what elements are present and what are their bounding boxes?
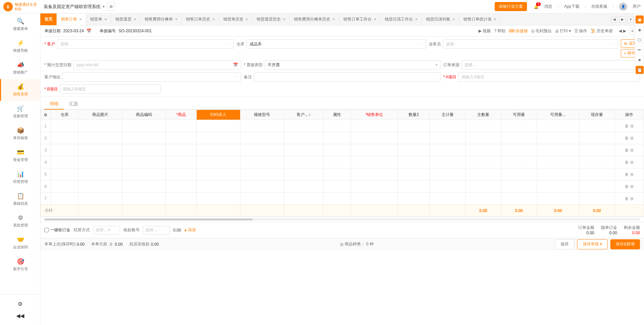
row-copy-btn-1[interactable]: ⊞ — [630, 124, 634, 128]
tab-reconcile[interactable]: 钱货日清对账 ✕ — [422, 13, 459, 26]
tab-sales-return[interactable]: 销货退货 ✕ — [111, 13, 141, 26]
tab-close-statistics[interactable]: ✕ — [494, 17, 496, 21]
sidebar-item-management[interactable]: 📊 经营管理 — [0, 166, 40, 188]
row-delete-btn-3[interactable]: 🗑 — [625, 148, 629, 153]
a-project-input[interactable]: 请输入A项目 — [458, 72, 640, 82]
row-delete-btn-2[interactable]: 🗑 — [625, 136, 629, 140]
row-copy-btn-3[interactable]: ⊞ — [630, 148, 634, 153]
account-select[interactable]: 选择... ··· — [143, 226, 170, 235]
row-copy-btn-4[interactable]: ⊞ — [630, 160, 634, 165]
horizontal-scrollbar-thumb[interactable] — [44, 218, 253, 220]
tab-close-sales-order[interactable]: ✕ — [79, 17, 82, 21]
col-scan[interactable]: 扫码录入 — [196, 110, 240, 120]
tab-invoice-history[interactable]: 销货单历史 ✕ — [219, 13, 253, 26]
save-new-btn[interactable]: 保存&新增 — [610, 239, 640, 249]
industry-btn[interactable]: 体验行业方案 — [495, 2, 527, 11]
tab-close-return-history[interactable]: ✕ — [283, 17, 286, 21]
discard-btn[interactable]: 放弃 — [555, 239, 574, 249]
salesperson-input[interactable]: 选择... ··· — [443, 39, 618, 49]
address-input[interactable]: ··· — [63, 72, 241, 82]
row-copy-btn-2[interactable]: ⊞ — [630, 136, 634, 140]
tab-workbench[interactable]: 销售订单工作台 ✕ — [339, 13, 381, 26]
tab-sales-order[interactable]: 销售订单 ✕ — [57, 13, 86, 26]
tab-close-invoice[interactable]: ✕ — [104, 17, 107, 21]
tab-close-reconcile[interactable]: ✕ — [452, 17, 455, 21]
sidebar-item-basic[interactable]: 📋 基础信息 — [0, 188, 40, 210]
customer-input[interactable]: 选择... ··· — [57, 39, 234, 49]
sidebar-item-finance[interactable]: 💳 资金管理 — [0, 145, 40, 166]
tab-menu-arrow[interactable]: ▾ — [627, 16, 634, 23]
tab-fee-history[interactable]: 销售费用分摊单历史 ✕ — [290, 13, 339, 26]
tab-close-invoice-history[interactable]: ✕ — [245, 17, 248, 21]
tab-prev-arrow[interactable]: ◀ — [611, 16, 618, 23]
row-delete-btn-7[interactable]: 🗑 — [625, 196, 629, 201]
tab-close-fee-history[interactable]: ✕ — [332, 17, 335, 21]
one-click-label[interactable]: 一键收订金 — [44, 227, 70, 233]
tab-home[interactable]: 首页 — [40, 13, 57, 26]
tab-daily-clear[interactable]: 钱货日清工作台 ✕ — [381, 13, 422, 26]
prev-record-btn[interactable]: ◀ — [619, 29, 622, 33]
sidebar-settings[interactable]: ⚙ — [0, 298, 40, 310]
sidebar-item-guide[interactable]: 🎯 新手引导 — [0, 254, 40, 276]
delivery-date-input[interactable]: yyyy-mm-dd 📅 — [73, 60, 241, 70]
system-settings-button[interactable]: ⚙ — [107, 3, 115, 11]
system-dropdown-arrow[interactable]: ▾ — [103, 4, 105, 9]
add-payment-btn[interactable]: ● 添加 — [184, 227, 196, 233]
row-copy-btn-7[interactable]: ⊞ — [630, 196, 634, 201]
payment-method-select[interactable]: 选择... ▾ — [93, 226, 120, 235]
user-name[interactable]: 用户 — [633, 4, 641, 9]
operation-btn[interactable]: ☰ 操作 — [574, 28, 587, 34]
profit-btn[interactable]: ◎ 毛利预估 — [531, 28, 552, 34]
tab-close-order-history[interactable]: ✕ — [212, 17, 215, 21]
sidebar-item-collab[interactable]: 🤝 企业协同 — [0, 232, 40, 254]
warehouse-select[interactable]: 成品库 ··· — [247, 39, 426, 49]
rp-btn-5[interactable]: ★ — [636, 56, 644, 64]
row-delete-btn-6[interactable]: 🗑 — [625, 184, 629, 189]
order-source-select[interactable]: 选择... ▾ — [461, 60, 640, 70]
tab-close-workbench[interactable]: ✕ — [374, 17, 376, 21]
sidebar-item-sales[interactable]: 💰 销售管理 — [0, 79, 40, 101]
tab-close-return[interactable]: ✕ — [134, 17, 136, 21]
b-project-input[interactable]: 请输入B项目 — [60, 84, 161, 94]
print-btn[interactable]: 🖨 打印 ▾ — [555, 28, 571, 34]
tab-close-daily[interactable]: ✕ — [415, 17, 418, 21]
help-btn[interactable]: ? 帮助 — [494, 28, 505, 34]
one-click-checkbox[interactable] — [44, 228, 49, 232]
tab-sales-invoice[interactable]: 销货单 ✕ — [86, 13, 111, 26]
row-delete-btn-1[interactable]: 🗑 — [625, 124, 629, 128]
row-copy-btn-5[interactable]: ⊞ — [630, 172, 634, 177]
sidebar-item-marketing[interactable]: 📣 营销推广 — [0, 57, 40, 79]
rp-btn-1[interactable]: ▣ — [636, 15, 644, 24]
tab-summary[interactable]: 汇总 — [64, 99, 83, 110]
row-copy-btn-6[interactable]: ⊞ — [630, 184, 634, 189]
history-btn[interactable]: 📜 历史单据 — [591, 28, 613, 34]
rp-btn-6[interactable]: 📋 — [636, 66, 644, 74]
app-download[interactable]: App下载 — [564, 4, 579, 9]
calendar-icon[interactable]: 📅 — [86, 29, 91, 33]
shortcut-btn[interactable]: ⌨ 快捷键 — [509, 28, 528, 34]
memo-input[interactable] — [254, 72, 441, 82]
rp-btn-4[interactable]: ✏ — [636, 46, 644, 54]
view-video-btn[interactable]: ▶ 视频 — [479, 28, 491, 34]
tab-next-arrow[interactable]: ▶ — [619, 16, 626, 23]
tab-sales-fee[interactable]: 销售费用分摊单 ✕ — [141, 13, 182, 26]
rp-btn-2[interactable]: ◈ — [636, 26, 644, 34]
tab-sales-order-history[interactable]: 销售订单历史 ✕ — [182, 13, 219, 26]
row-delete-btn-5[interactable]: 🗑 — [625, 172, 629, 177]
tab-return-history[interactable]: 销货退货历史 ✕ — [253, 13, 290, 26]
col-gear[interactable]: ⚙ — [41, 110, 51, 120]
tab-close-fee[interactable]: ✕ — [175, 17, 178, 21]
invoice-type-select[interactable]: 不开票 ▾ — [265, 60, 441, 70]
next-record-btn[interactable]: ▶ — [623, 29, 626, 33]
sidebar-item-shortcuts[interactable]: ⚡ 快捷导航 — [0, 35, 40, 57]
notification-bell[interactable]: 🔔 9 — [534, 4, 539, 9]
tab-detail[interactable]: 明细 — [44, 99, 64, 110]
save-draft-btn[interactable]: 保存草稿 ▾ — [577, 239, 608, 249]
tab-statistics[interactable]: 销售订单统计表 ✕ — [459, 13, 501, 26]
row-delete-btn-4[interactable]: 🗑 — [625, 160, 629, 165]
sidebar-item-system[interactable]: ⚙ 系统管理 — [0, 210, 40, 232]
sidebar-collapse[interactable]: ◀◀ — [0, 310, 40, 322]
rp-btn-3[interactable]: ⬡ — [636, 36, 644, 44]
online-service[interactable]: 在线客服 — [591, 4, 607, 9]
sidebar-item-purchase[interactable]: 🛒 采购管理 — [0, 101, 40, 123]
